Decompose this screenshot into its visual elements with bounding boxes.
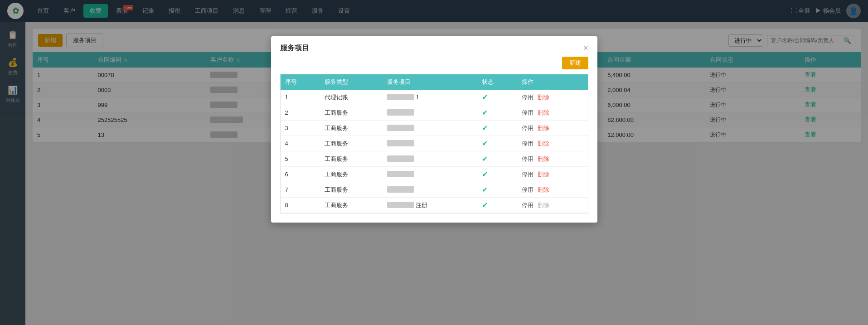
modal-cell-action: 停用 删除 — [517, 182, 588, 198]
modal-cell-type: 工商服务 — [320, 198, 382, 213]
modal-cell-action: 停用 删除 — [517, 198, 588, 213]
stop-button[interactable]: 停用 — [522, 140, 533, 147]
modal-cell-type: 工商服务 — [320, 151, 382, 167]
list-item: 1 代理记账 1 ✔ 停用 删除 — [281, 90, 588, 105]
modal-toolbar: 新建 — [280, 57, 588, 69]
modal-cell-seq: 6 — [281, 167, 320, 182]
modal-col-type: 服务类型 — [320, 74, 382, 90]
modal-overlay: 服务项目 × 新建 序号 服务类型 服务项目 状态 操作 — [0, 0, 868, 325]
modal-col-item: 服务项目 — [383, 74, 477, 90]
modal-cell-item — [383, 121, 477, 136]
modal-cell-type: 代理记账 — [320, 90, 382, 105]
modal-table-wrap[interactable]: 序号 服务类型 服务项目 状态 操作 1 代理记账 1 ✔ — [280, 74, 588, 213]
list-item: 8 工商服务 注册 ✔ 停用 删除 — [281, 198, 588, 213]
modal-cell-status: ✔ — [477, 151, 517, 167]
modal-cell-type: 工商服务 — [320, 105, 382, 121]
list-item: 5 工商服务 ✔ 停用 删除 — [281, 151, 588, 167]
delete-button[interactable]: 删除 — [538, 202, 549, 209]
stop-button[interactable]: 停用 — [522, 202, 533, 209]
modal-cell-status: ✔ — [477, 167, 517, 182]
modal-cell-status: ✔ — [477, 105, 517, 121]
modal-cell-seq: 8 — [281, 198, 320, 213]
stop-button[interactable]: 停用 — [522, 155, 533, 162]
modal-cell-action: 停用 删除 — [517, 105, 588, 121]
modal-cell-status: ✔ — [477, 136, 517, 151]
modal-cell-seq: 5 — [281, 151, 320, 167]
modal-cell-action: 停用 删除 — [517, 151, 588, 167]
delete-button[interactable]: 删除 — [538, 140, 549, 147]
modal-cell-item — [383, 151, 477, 167]
stop-button[interactable]: 停用 — [522, 94, 533, 101]
service-items-modal: 服务项目 × 新建 序号 服务类型 服务项目 状态 操作 — [271, 36, 597, 223]
list-item: 2 工商服务 ✔ 停用 删除 — [281, 105, 588, 121]
list-item: 3 工商服务 ✔ 停用 删除 — [281, 121, 588, 136]
stop-button[interactable]: 停用 — [522, 171, 533, 178]
modal-cell-action: 停用 删除 — [517, 167, 588, 182]
delete-button[interactable]: 删除 — [538, 94, 549, 101]
modal-cell-seq: 3 — [281, 121, 320, 136]
modal-close-button[interactable]: × — [583, 44, 588, 53]
modal-col-seq: 序号 — [281, 74, 320, 90]
modal-cell-status: ✔ — [477, 121, 517, 136]
delete-button[interactable]: 删除 — [538, 125, 549, 131]
delete-button[interactable]: 删除 — [538, 155, 549, 162]
list-item: 7 工商服务 ✔ 停用 删除 — [281, 182, 588, 198]
modal-cell-status: ✔ — [477, 182, 517, 198]
modal-cell-item — [383, 167, 477, 182]
delete-button[interactable]: 删除 — [538, 171, 549, 178]
stop-button[interactable]: 停用 — [522, 109, 533, 116]
delete-button[interactable]: 删除 — [538, 109, 549, 116]
modal-cell-type: 工商服务 — [320, 136, 382, 151]
modal-cell-item — [383, 105, 477, 121]
modal-new-button[interactable]: 新建 — [562, 57, 588, 69]
modal-cell-action: 停用 删除 — [517, 90, 588, 105]
stop-button[interactable]: 停用 — [522, 186, 533, 193]
modal-body: 新建 序号 服务类型 服务项目 状态 操作 — [271, 57, 597, 223]
modal-cell-status: ✔ — [477, 90, 517, 105]
modal-cell-seq: 7 — [281, 182, 320, 198]
modal-title: 服务项目 — [280, 44, 309, 53]
modal-table: 序号 服务类型 服务项目 状态 操作 1 代理记账 1 ✔ — [281, 74, 588, 213]
list-item: 4 工商服务 ✔ 停用 删除 — [281, 136, 588, 151]
modal-cell-action: 停用 删除 — [517, 121, 588, 136]
modal-cell-item — [383, 182, 477, 198]
modal-cell-seq: 4 — [281, 136, 320, 151]
stop-button[interactable]: 停用 — [522, 125, 533, 131]
modal-cell-item: 1 — [383, 90, 477, 105]
modal-cell-item: 注册 — [383, 198, 477, 213]
modal-cell-seq: 2 — [281, 105, 320, 121]
modal-col-action: 操作 — [517, 74, 588, 90]
delete-button[interactable]: 删除 — [538, 186, 549, 193]
modal-cell-action: 停用 删除 — [517, 136, 588, 151]
modal-header: 服务项目 × — [271, 36, 597, 57]
modal-cell-type: 工商服务 — [320, 182, 382, 198]
modal-cell-type: 工商服务 — [320, 121, 382, 136]
modal-col-status: 状态 — [477, 74, 517, 90]
modal-cell-status: ✔ — [477, 198, 517, 213]
modal-cell-seq: 1 — [281, 90, 320, 105]
modal-cell-type: 工商服务 — [320, 167, 382, 182]
list-item: 6 工商服务 ✔ 停用 删除 — [281, 167, 588, 182]
modal-cell-item — [383, 136, 477, 151]
